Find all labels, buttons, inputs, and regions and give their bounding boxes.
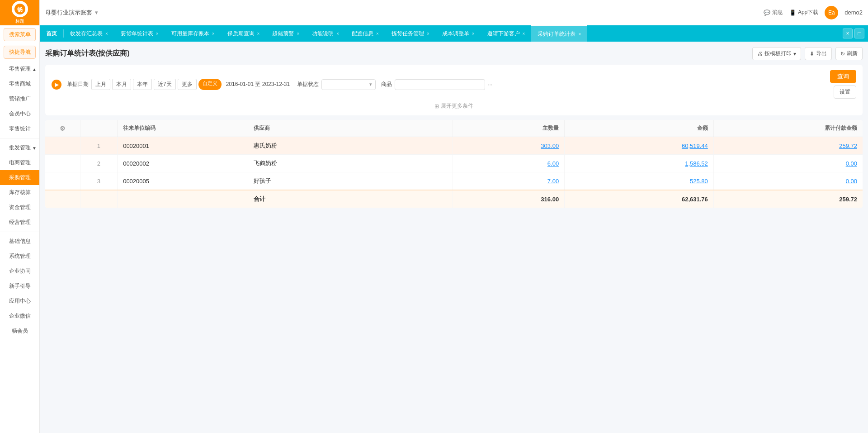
message-label: 消息 xyxy=(772,9,783,16)
date-btn-this-month[interactable]: 本月 xyxy=(112,79,131,90)
nav-close-purchasestats[interactable]: × xyxy=(578,32,581,37)
footer-settings xyxy=(45,190,80,208)
sidebar-item-retail-shop[interactable]: 零售商城 xyxy=(0,76,39,91)
nav-item-invite[interactable]: 邀请下游客户 × xyxy=(481,25,532,42)
refresh-icon: ↻ xyxy=(840,51,845,57)
divider-2 xyxy=(0,232,39,232)
nav-inventory-label: 可用量库存账本 xyxy=(171,30,209,38)
goods-label: 商品 xyxy=(381,81,392,88)
nav-item-inventory-ledger[interactable]: 可用量库存账本 × xyxy=(165,25,221,42)
sidebar-item-member[interactable]: 畅会员 xyxy=(0,324,39,338)
nav-item-cost-adj[interactable]: 成本调整单 × xyxy=(436,25,481,42)
nav-close-picktask[interactable]: × xyxy=(427,31,429,36)
sidebar-item-app-center[interactable]: 应用中心 xyxy=(0,294,39,309)
filter-date-item: 单据日期 上月 本月 本年 近7天 更多 自定义 2016-01-01 至 20… xyxy=(67,79,292,90)
sidebar-item-enterprise-wechat[interactable]: 企业微信 xyxy=(0,309,39,324)
nav-item-collect-dispatch[interactable]: 收发存汇总表 × xyxy=(64,25,114,42)
workspace-selector[interactable]: 母婴行业演示账套 ▾ xyxy=(45,9,764,17)
app-download-button[interactable]: 📱 App下载 xyxy=(789,9,818,16)
sidebar-item-retail-stats[interactable]: 零售统计 xyxy=(0,121,39,136)
sidebar-item-inventory-check[interactable]: 库存核算 xyxy=(0,185,39,200)
nav-item-func-desc[interactable]: 功能说明 × xyxy=(306,25,345,42)
row1-amount: 60,519.44 xyxy=(565,137,714,155)
row3-no: 3 xyxy=(80,172,117,190)
nav-close-config[interactable]: × xyxy=(376,31,379,36)
print-icon: 🖨 xyxy=(757,51,763,57)
nav-close-funcdesc[interactable]: × xyxy=(336,31,339,36)
footer-code xyxy=(118,190,248,208)
row1-paid: 259.72 xyxy=(713,137,863,155)
col-header-no xyxy=(80,120,117,137)
sidebar-item-marketing[interactable]: 营销推广 xyxy=(0,91,39,106)
sidebar-item-wholesale-label: 批发管理 xyxy=(9,144,31,152)
print-button[interactable]: 🖨 按模板打印 ▾ xyxy=(752,47,801,60)
divider-1 xyxy=(0,138,39,138)
filter-settings-button[interactable]: 设置 xyxy=(834,86,856,99)
nav-item-expiry[interactable]: 保质期查询 × xyxy=(221,25,266,42)
refresh-button[interactable]: ↻ 刷新 xyxy=(835,47,863,60)
page-header: 采购订单统计表(按供应商) 🖨 按模板打印 ▾ ⬇ 导出 ↻ 刷新 xyxy=(45,47,863,60)
query-button[interactable]: 查询 xyxy=(830,70,856,83)
nav-close-costadj[interactable]: × xyxy=(472,31,475,36)
nav-close-goods[interactable]: × xyxy=(156,31,159,36)
status-label: 单据状态 xyxy=(297,81,319,88)
sidebar-item-system-mgmt[interactable]: 系统管理 xyxy=(0,249,39,264)
workspace-arrow-icon: ▾ xyxy=(95,9,98,16)
nav-funcdesc-label: 功能说明 xyxy=(312,30,334,38)
nav-close-inventory[interactable]: × xyxy=(212,31,215,36)
sidebar-item-finance-mgmt[interactable]: 资金管理 xyxy=(0,200,39,215)
export-button[interactable]: ⬇ 导出 xyxy=(805,47,832,60)
print-label: 按模板打印 xyxy=(764,50,792,57)
sidebar-search-button[interactable]: 搜索菜单 xyxy=(4,28,36,41)
sidebar-item-ops-label: 经营管理 xyxy=(9,219,31,226)
nav-close-overstock[interactable]: × xyxy=(297,31,299,36)
sidebar-item-appcenter-label: 应用中心 xyxy=(9,297,31,305)
col-header-amount: 金额 xyxy=(565,120,714,137)
nav-close-expiry[interactable]: × xyxy=(257,31,260,36)
sidebar-item-ecommerce-mgmt[interactable]: 电商管理 xyxy=(0,155,39,170)
sidebar-item-new-guide[interactable]: 新手引导 xyxy=(0,279,39,294)
goods-input[interactable] xyxy=(395,79,485,90)
nav-item-pick-task[interactable]: 拣货任务管理 × xyxy=(385,25,436,42)
nav-maximize-btn[interactable]: □ xyxy=(854,29,864,38)
date-range-display: 2016-01-01 至 2023-12-31 xyxy=(224,81,292,88)
filter-toggle-icon: ▶ xyxy=(55,81,59,88)
user-name: demo2 xyxy=(844,9,863,16)
row1-settings xyxy=(45,137,80,155)
sidebar-item-member-center[interactable]: 会员中心 xyxy=(0,106,39,121)
sidebar-item-enterprise-collab[interactable]: 企业协同 xyxy=(0,264,39,279)
filter-toggle-button[interactable]: ▶ xyxy=(52,80,61,90)
row2-qty: 6.00 xyxy=(453,155,564,172)
sidebar-item-basic-info[interactable]: 基础信息 xyxy=(0,234,39,249)
export-icon: ⬇ xyxy=(810,51,814,57)
nav-item-overstock[interactable]: 超储预警 × xyxy=(266,25,306,42)
expand-more-button[interactable]: ⊞ 展开更多条件 xyxy=(52,102,856,110)
table-settings-icon[interactable]: ⚙ xyxy=(60,125,66,132)
sidebar-item-purchase-mgmt[interactable]: 采购管理 xyxy=(0,170,39,185)
goods-more-button[interactable]: ··· xyxy=(488,81,492,88)
user-avatar[interactable]: Ea xyxy=(825,6,838,19)
nav-config-label: 配置信息 xyxy=(352,30,373,38)
nav-item-goods-stats[interactable]: 要货单统计表 × xyxy=(114,25,165,42)
status-select[interactable] xyxy=(321,79,376,90)
sidebar-item-retail-management[interactable]: 零售管理 ▲ xyxy=(0,62,39,76)
topbar: 母婴行业演示账套 ▾ 💬 消息 📱 App下载 Ea demo2 xyxy=(40,0,868,25)
message-button[interactable]: 💬 消息 xyxy=(764,9,783,16)
row3-paid: 0.00 xyxy=(713,172,863,190)
sidebar-item-wholesale-mgmt[interactable]: 批发管理 ▼ xyxy=(0,140,39,155)
nav-close-invite[interactable]: × xyxy=(523,31,525,36)
nav-close-all-btn[interactable]: × xyxy=(843,29,853,38)
date-btn-last-month[interactable]: 上月 xyxy=(91,79,110,90)
sidebar-item-wechat-label: 企业微信 xyxy=(9,312,31,320)
date-btn-7days[interactable]: 近7天 xyxy=(154,79,176,90)
nav-close-collect[interactable]: × xyxy=(105,31,108,36)
sidebar-item-ops-mgmt[interactable]: 经营管理 xyxy=(0,215,39,230)
date-btn-more[interactable]: 更多 xyxy=(178,79,197,90)
date-range-buttons: 上月 本月 本年 近7天 更多 自定义 xyxy=(91,79,222,90)
nav-item-home[interactable]: 首页 xyxy=(40,25,63,42)
sidebar-quicknav-button[interactable]: 快捷导航 xyxy=(4,46,36,59)
nav-item-purchase-stats[interactable]: 采购订单统计表 × xyxy=(531,25,587,42)
filter-actions: 查询 设置 xyxy=(830,70,856,99)
nav-item-config-info[interactable]: 配置信息 × xyxy=(345,25,385,42)
date-btn-this-year[interactable]: 本年 xyxy=(133,79,152,90)
